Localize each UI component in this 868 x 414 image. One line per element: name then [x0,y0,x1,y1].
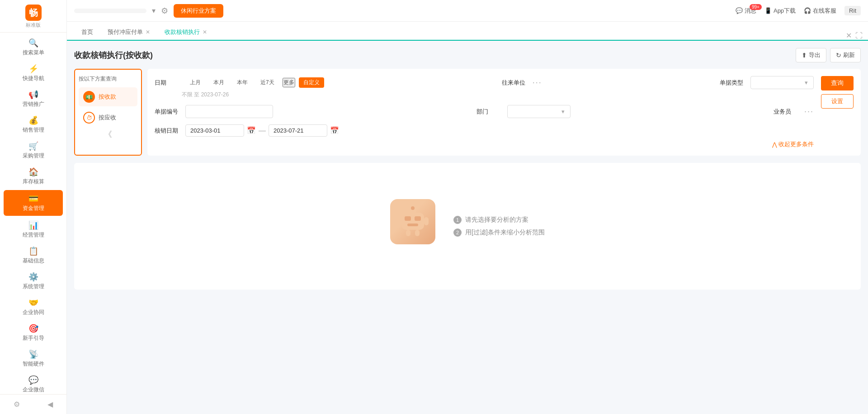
sidebar-item-7[interactable]: 📊经营管理 [0,217,66,243]
filter-actions-row: ⋀ 收起更多条件 [155,140,814,148]
solution-button[interactable]: 休闲行业方案 [174,4,223,18]
date-this-month[interactable]: 本月 [209,77,229,88]
tab-bar: 首页 预付冲应付单 ✕ 收款核销执行 ✕ ✕ ⛶ [67,22,868,41]
sidebar-item-9[interactable]: ⚙️系统管理 [0,268,66,294]
logo-icon: 畅 [25,5,42,21]
page-content: 收款核销执行(按收款) ⬆ 导出 ↻ 刷新 按以下方案查询 💵 按收款 [67,41,868,414]
date-7days[interactable]: 近7天 [256,77,279,88]
date-last-month[interactable]: 上月 [185,77,205,88]
filter-form-top: 日期 上月 本月 本年 近7天 更多 自定义 往来 [155,76,854,148]
sidebar-item-11[interactable]: 🎯新手引导 [0,320,66,346]
sidebar-item-10[interactable]: 🤝企业协同 [0,294,66,320]
tab-verify[interactable]: 收款核销执行 ✕ [157,24,214,41]
app-download-button[interactable]: 📱 App下载 [764,7,796,15]
empty-hints: 1 请先选择要分析的方案 2 用[过滤]条件来缩小分析范围 [453,216,545,237]
sidebar-item-3[interactable]: 💰销售管理 [0,112,66,138]
counterparty-input[interactable]: ··· [533,78,542,87]
filter-row-2: 单据编号 部门 ▾ 业务员 ··· [155,105,814,118]
sidebar-item-6[interactable]: 💳资金管理 [4,190,63,216]
doc-type-select[interactable]: ▾ [750,76,814,89]
user-menu[interactable]: Rit [844,6,861,15]
nav-icon-5: 🏠 [28,167,38,177]
nav-icon-7: 📊 [28,220,38,230]
nav-icon-4: 🛒 [28,141,38,151]
doc-no-input[interactable] [185,105,273,118]
settings-icon[interactable]: ⚙ [14,400,20,409]
staff-input[interactable]: ··· [804,107,814,116]
nav-icon-10: 🤝 [28,298,38,308]
nav-label-0: 搜索菜单 [23,49,44,57]
verify-date-end-input[interactable] [269,124,327,137]
tab-verify-close-icon[interactable]: ✕ [203,29,207,35]
online-service-button[interactable]: 🎧 在线客服 [804,7,836,15]
date-custom-btn[interactable]: 自定义 [299,77,324,88]
page-header: 收款核销执行(按收款) ⬆ 导出 ↻ 刷新 [74,48,861,62]
filter-by-receipt[interactable]: 💵 按收款 [79,87,137,106]
tab-prepay-close-icon[interactable]: ✕ [146,29,150,35]
nav-icon-6: 💳 [28,194,38,204]
verify-date-end-cal-icon[interactable]: 📅 [330,126,339,135]
nav-label-1: 快捷导航 [23,75,44,82]
nav-label-4: 采购管理 [23,152,44,160]
query-button[interactable]: 查询 [821,76,854,90]
svg-rect-6 [397,217,401,225]
hint-text-2: 用[过滤]条件来缩小分析范围 [465,228,545,237]
sidebar-nav: 🔍搜索菜单⚡快捷导航📢营销推广💰销售管理🛒采购管理🏠库存核算💳资金管理📊经营管理… [0,33,66,394]
main-area: ▾ ⚙ 休闲行业方案 💬 消息 99+ 📱 App下载 🎧 在线客服 Rit 首… [67,0,868,414]
messages-button[interactable]: 💬 消息 99+ [736,7,756,15]
filter-rows: 日期 上月 本月 本年 近7天 更多 自定义 往来 [155,76,814,137]
topbar-chevron-icon[interactable]: ▾ [152,6,156,15]
sidebar-item-8[interactable]: 📋基础信息 [0,243,66,268]
dept-select[interactable]: ▾ [507,105,571,118]
verify-date-start-cal-icon[interactable]: 📅 [247,126,256,135]
empty-state: 1 请先选择要分析的方案 2 用[过滤]条件来缩小分析范围 [74,163,861,290]
filter-by-receivable[interactable]: ⏱ 按应收 [79,108,137,127]
sidebar-item-4[interactable]: 🛒采购管理 [0,138,66,163]
sidebar: 畅 标准版 🔍搜索菜单⚡快捷导航📢营销推广💰销售管理🛒采购管理🏠库存核算💳资金管… [0,0,67,414]
sidebar-item-12[interactable]: 📡智能硬件 [0,346,66,371]
robot-svg [395,204,431,240]
sidebar-item-1[interactable]: ⚡快捷导航 [0,60,66,86]
collapse-more-button[interactable]: ⋀ 收起更多条件 [772,140,814,148]
svg-rect-9 [415,230,420,236]
nav-icon-3: 💰 [28,115,38,125]
collapse-sidebar-icon[interactable]: ◀ [47,400,53,409]
nav-icon-1: ⚡ [28,64,38,74]
export-button[interactable]: ⬆ 导出 [796,48,826,62]
app-download-label: App下载 [774,7,796,15]
nav-icon-13: 💬 [28,375,38,385]
nav-label-10: 企业协同 [23,309,44,316]
tab-verify-label: 收款核销执行 [165,28,200,36]
sidebar-item-2[interactable]: 📢营销推广 [0,86,66,112]
refresh-button[interactable]: ↻ 刷新 [830,48,861,62]
sidebar-item-13[interactable]: 💬企业微信 [0,371,66,394]
tab-expand-icon[interactable]: ⛶ [855,32,863,40]
sidebar-item-5[interactable]: 🏠库存核算 [0,163,66,189]
empty-hint-2: 2 用[过滤]条件来缩小分析范围 [453,228,545,237]
filter-row-3: 核销日期 📅 — 📅 [155,124,814,137]
sidebar-item-0[interactable]: 🔍搜索菜单 [0,34,66,60]
set-button[interactable]: 设置 [821,94,854,109]
page-actions: ⬆ 导出 ↻ 刷新 [796,48,861,62]
date-this-year[interactable]: 本年 [232,77,252,88]
date-more-btn[interactable]: 更多 [283,78,295,87]
svg-rect-2 [415,216,421,221]
topbar-search-display[interactable] [74,9,146,13]
date-nolimit: 不限 至 2023-07-26 [182,91,814,99]
tab-prepay[interactable]: 预付冲应付单 ✕ [100,24,157,41]
service-label: 在线客服 [813,7,836,15]
svg-rect-3 [407,224,418,226]
nav-label-9: 系统管理 [23,283,44,290]
nav-label-5: 库存核算 [23,178,44,186]
filter-panel-collapse-btn[interactable]: 《 [79,129,137,140]
nav-icon-9: ⚙️ [28,272,38,282]
empty-robot-illustration [390,199,435,244]
tab-home[interactable]: 首页 [74,24,100,41]
hint-number-1: 1 [453,216,462,224]
topbar-gear-icon[interactable]: ⚙ [161,6,168,16]
tabbar-actions: ✕ ⛶ [846,31,868,40]
doc-type-label: 单据类型 [720,79,743,87]
tab-close-all-icon[interactable]: ✕ [846,31,852,40]
nav-label-13: 企业微信 [23,386,44,394]
verify-date-start-input[interactable] [185,124,244,137]
